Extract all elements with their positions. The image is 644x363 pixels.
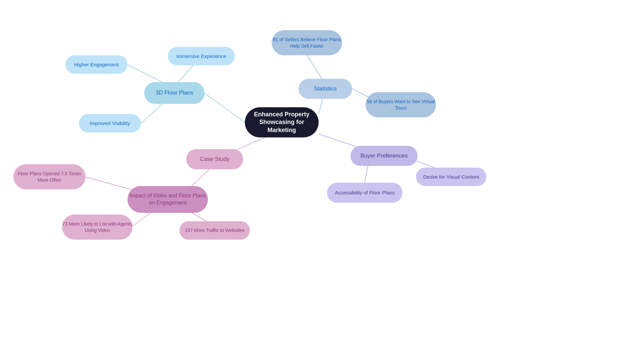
node-accessibility[interactable]: Accessibility of Floor Plans (327, 183, 402, 203)
node-more-traffic[interactable]: 157 More Traffic to Websites (179, 221, 250, 240)
node-impact-video-floor-plans[interactable]: Impact of Video and Floor Plans on Engag… (127, 186, 208, 213)
node-floor-plans-opened[interactable]: Floor Plans Opened 7.5 Times More Often (13, 164, 86, 189)
node-immersive-experience[interactable]: Immersive Experience (168, 47, 235, 65)
node-desire-visual[interactable]: Desire for Visual Content (416, 168, 486, 186)
svg-line-0 (205, 93, 245, 122)
node-buyers-virtual-tours[interactable]: 58 of Buyers Want to See Virtual Tours (366, 92, 436, 117)
node-higher-engagement[interactable]: Higher Engagement (65, 55, 127, 74)
node-more-likely[interactable]: 73 More Likely to List with Agents Using… (62, 215, 132, 240)
node-case-study[interactable]: Case Study (186, 149, 243, 169)
node-buyer-preferences[interactable]: Buyer Preferences (351, 146, 418, 166)
node-sellers-stat[interactable]: 81 of Sellers Believe Floor Plans Help S… (272, 30, 342, 55)
node-3d-floor-plans[interactable]: 3D Floor Plans (144, 82, 205, 104)
node-statistics[interactable]: Statistics (299, 79, 352, 99)
center-node: Enhanced Property Showcasing for Marketi… (245, 107, 319, 137)
node-improved-visibility[interactable]: Improved Visibility (79, 114, 141, 132)
